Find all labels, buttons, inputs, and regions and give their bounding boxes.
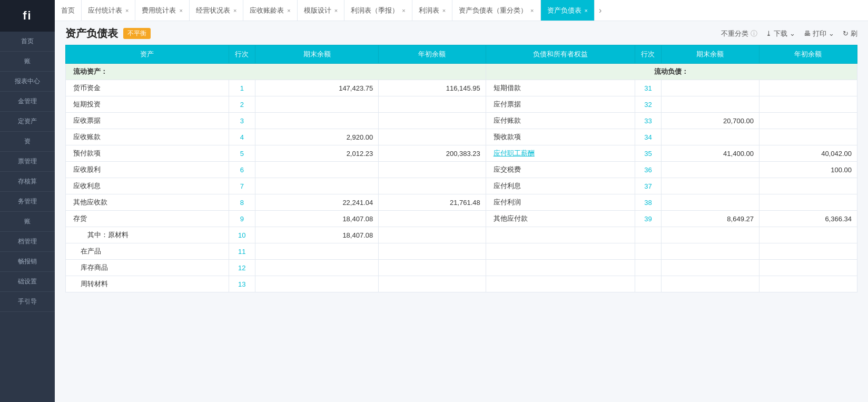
- start-balance-asset: 116,145.95: [379, 80, 486, 96]
- sidebar: fi 首页 账 报表中心 金管理 定资产 资 票管理 存核算 务管理 账 档管理…: [0, 0, 55, 402]
- start-balance-liability: [759, 260, 857, 276]
- tab-close-1[interactable]: ×: [125, 7, 129, 14]
- table-row: 流动资产： 流动负债：: [66, 64, 857, 80]
- sidebar-item-ledger[interactable]: 账: [0, 212, 55, 232]
- row-num-asset: 2: [229, 96, 255, 113]
- end-balance-asset: [255, 276, 378, 292]
- tab-operations[interactable]: 经营状况表×: [190, 0, 243, 21]
- download-label: 下载: [774, 29, 787, 38]
- tab-ar-aging[interactable]: 应收账龄表×: [243, 0, 297, 21]
- tab-profit-quarterly[interactable]: 利润表（季报）×: [344, 0, 412, 21]
- tab-close-4[interactable]: ×: [287, 7, 290, 14]
- end-balance-liability: [661, 194, 759, 211]
- page-header: 资产负债表 不平衡 不重分类 ⓘ ⤓ 下载 ⌄ 🖶 打印 ⌄ ↻ 刷: [55, 21, 868, 45]
- end-balance-liability: [661, 227, 759, 243]
- tab-balance-reclassified[interactable]: 资产负债表（重分类）×: [452, 0, 540, 21]
- start-balance-asset: [379, 211, 486, 227]
- sidebar-item-bill[interactable]: 票管理: [0, 152, 55, 172]
- start-balance-asset: [379, 243, 486, 260]
- start-balance-liability: 40,042.00: [759, 145, 857, 162]
- sidebar-item-guide[interactable]: 手引导: [0, 292, 55, 312]
- row-num-liability: 39: [635, 211, 661, 227]
- row-num-asset: 3: [229, 113, 255, 129]
- col-start-a: 年初余额: [379, 45, 486, 64]
- sidebar-item-expense[interactable]: 畅报销: [0, 252, 55, 272]
- tab-payable-stats[interactable]: 应付统计表×: [82, 0, 135, 21]
- tab-close-8[interactable]: ×: [530, 7, 534, 14]
- sidebar-item-inventory[interactable]: 存核算: [0, 172, 55, 192]
- sidebar-item-tax[interactable]: 务管理: [0, 192, 55, 212]
- col-liability: 负债和所有者权益: [486, 45, 635, 64]
- page-actions: 不重分类 ⓘ ⤓ 下载 ⌄ 🖶 打印 ⌄ ↻ 刷: [721, 29, 857, 38]
- sidebar-item-fixed-assets[interactable]: 定资产: [0, 112, 55, 132]
- sidebar-item-archive[interactable]: 档管理: [0, 232, 55, 252]
- tab-home[interactable]: 首页: [55, 0, 82, 21]
- table-row: 应收利息 7 应付利息 37: [66, 178, 857, 194]
- liability-name: [486, 227, 635, 243]
- row-num-liability: [635, 260, 661, 276]
- row-num-liability: 35: [635, 145, 661, 162]
- start-balance-liability: [759, 227, 857, 243]
- refresh-icon: ↻: [843, 30, 849, 37]
- print-label: 打印: [813, 29, 826, 38]
- row-num-liability: 34: [635, 129, 661, 145]
- download-action[interactable]: ⤓ 下载 ⌄: [766, 29, 795, 38]
- table-row: 预付款项 5 2,012.23 200,383.23 应付职工薪酬 35 41,…: [66, 145, 857, 162]
- end-balance-liability: [661, 96, 759, 113]
- start-balance-liability: [759, 243, 857, 260]
- start-balance-asset: [379, 227, 486, 243]
- section-asset-label: 流动资产：: [66, 64, 486, 80]
- asset-name: 预付款项: [66, 145, 229, 162]
- tab-profit[interactable]: 利润表×: [412, 0, 452, 21]
- sidebar-item-fund[interactable]: 金管理: [0, 92, 55, 112]
- col-end-a: 期末余额: [255, 45, 378, 64]
- liability-name: [486, 243, 635, 260]
- liability-name: 其他应付款: [486, 211, 635, 227]
- liability-name: [486, 276, 635, 292]
- refresh-label: 刷: [851, 29, 857, 38]
- classify-action[interactable]: 不重分类 ⓘ: [721, 29, 757, 38]
- end-balance-asset: 22,241.04: [255, 194, 378, 211]
- tab-expense-stats[interactable]: 费用统计表×: [135, 0, 189, 21]
- asset-name: 应收票据: [66, 113, 229, 129]
- start-balance-liability: [759, 194, 857, 211]
- row-num-asset: 10: [229, 227, 255, 243]
- sidebar-item-home[interactable]: 首页: [0, 32, 55, 52]
- tab-scroll-right[interactable]: ›: [595, 0, 606, 21]
- table-row: 在产品 11: [66, 243, 857, 260]
- tab-balance[interactable]: 资产负债表×: [541, 0, 595, 21]
- row-num-asset: 12: [229, 260, 255, 276]
- section-liability-label: 流动负债：: [486, 64, 857, 80]
- refresh-action[interactable]: ↻ 刷: [843, 29, 857, 38]
- sidebar-item-report-center[interactable]: 报表中心: [0, 72, 55, 92]
- row-num-liability: 33: [635, 113, 661, 129]
- tab-close-5[interactable]: ×: [334, 7, 338, 14]
- sidebar-item-settings[interactable]: 础设置: [0, 272, 55, 292]
- tab-close-3[interactable]: ×: [233, 7, 236, 14]
- table-row: 其中：原材料 10 18,407.08: [66, 227, 857, 243]
- start-balance-asset: [379, 178, 486, 194]
- table-container: 资产 行次 期末余额 年初余额 负债和所有者权益 行次 期末余额 年初余额 流动…: [55, 45, 868, 402]
- print-action[interactable]: 🖶 打印 ⌄: [804, 29, 834, 38]
- row-num-liability: 32: [635, 96, 661, 113]
- tab-close-6[interactable]: ×: [402, 7, 405, 14]
- tab-close-2[interactable]: ×: [179, 7, 182, 14]
- end-balance-liability: [661, 243, 759, 260]
- print-icon: 🖶: [804, 30, 811, 37]
- tab-bar: 首页 应付统计表× 费用统计表× 经营状况表× 应收账龄表× 模版设计× 利润表…: [55, 0, 868, 21]
- end-balance-liability: [661, 178, 759, 194]
- sidebar-item-account[interactable]: 账: [0, 52, 55, 72]
- download-chevron-icon: ⌄: [790, 30, 795, 37]
- sidebar-item-investment[interactable]: 资: [0, 132, 55, 152]
- start-balance-liability: [759, 96, 857, 113]
- row-num-liability: [635, 227, 661, 243]
- row-num-asset: 5: [229, 145, 255, 162]
- asset-name: 货币资金: [66, 80, 229, 96]
- row-num-liability: 37: [635, 178, 661, 194]
- end-balance-asset: 147,423.75: [255, 80, 378, 96]
- tab-template[interactable]: 模版设计×: [298, 0, 344, 21]
- tab-close-7[interactable]: ×: [442, 7, 446, 14]
- tab-close-9[interactable]: ×: [585, 7, 588, 14]
- end-balance-liability: [661, 276, 759, 292]
- end-balance-liability: 8,649.27: [661, 211, 759, 227]
